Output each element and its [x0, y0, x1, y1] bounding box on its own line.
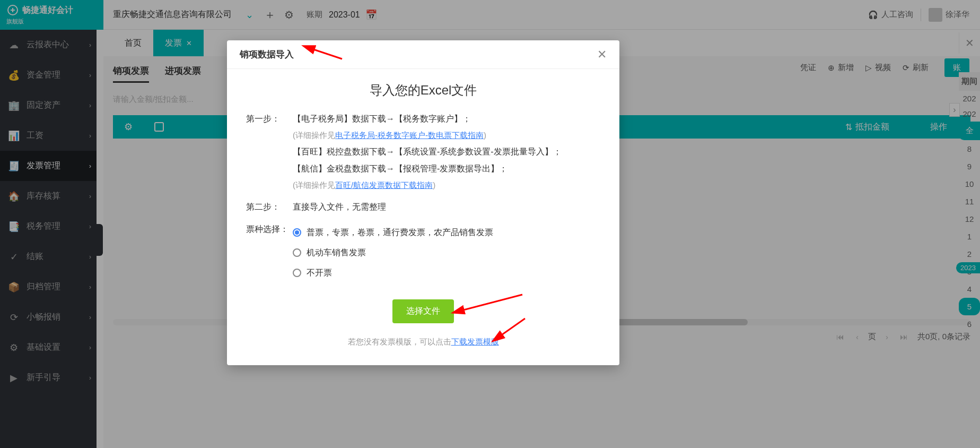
kind-label: 票种选择：	[246, 221, 293, 285]
etax-guide-link[interactable]: 电子税务局-税务数字账户-数电票下载指南	[335, 131, 484, 140]
modal-title: 销项数据导入	[240, 48, 294, 61]
radio-icon	[293, 269, 301, 277]
step1-hint1: (详细操作见电子税务局-税务数字账户-数电票下载指南)	[293, 127, 600, 143]
modal-close-button[interactable]: ✕	[597, 48, 607, 62]
step2-text: 直接导入文件，无需整理	[293, 199, 600, 216]
choose-file-button[interactable]: 选择文件	[392, 299, 454, 323]
step2-label: 第二步：	[246, 199, 293, 216]
step1-line1: 【电子税务局】数据下载→【税务数字账户】；	[293, 110, 600, 127]
radio-icon	[293, 228, 301, 237]
download-template-link[interactable]: 下载发票模版	[451, 337, 499, 346]
radio-icon	[293, 248, 301, 257]
radio-noinvoice[interactable]: 不开票	[293, 264, 600, 281]
import-modal: 销项数据导入 ✕ 导入您的Excel文件 第一步： 【电子税务局】数据下载→【税…	[227, 40, 619, 365]
template-line: 若您没有发票模版，可以点击下载发票模版	[246, 337, 600, 347]
radio-general[interactable]: 普票，专票，卷票，通行费发票，农产品销售发票	[293, 224, 600, 241]
step1-label: 第一步：	[246, 110, 293, 193]
modal-heading: 导入您的Excel文件	[246, 82, 600, 99]
radio-vehicle[interactable]: 机动车销售发票	[293, 244, 600, 261]
step1-line3: 【航信】金税盘数据下载→【报税管理-发票数据导出】；	[293, 160, 600, 177]
step1-hint2: (详细操作见百旺/航信发票数据下载指南)	[293, 177, 600, 193]
bw-hx-guide-link[interactable]: 百旺/航信发票数据下载指南	[335, 180, 433, 189]
step1-line2: 【百旺】税控盘数据下载→【系统设置-系统参数设置-发票批量导入】；	[293, 143, 600, 160]
